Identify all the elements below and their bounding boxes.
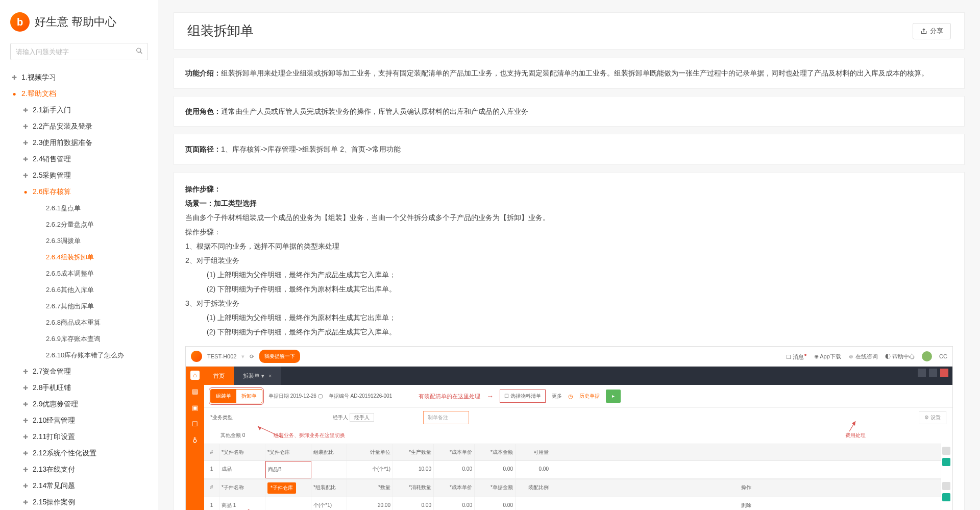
ss-radio-assemble: 组装单 (211, 390, 236, 403)
cell-cost-amt: 0.00 (475, 461, 516, 478)
nav-item-211[interactable]: ✚2.11打印设置 (21, 429, 148, 445)
plus-icon: ✚ (21, 499, 30, 506)
nav-leaf-264[interactable]: 2.6.4组装拆卸单 (46, 249, 148, 265)
brand: b 好生意 帮助中心 (10, 12, 148, 32)
plus-icon: ✚ (21, 482, 30, 490)
nav-item-22[interactable]: ✚2.2产品安装及登录 (21, 118, 148, 135)
ss-online: 在线咨询 (855, 353, 878, 359)
nav-item-docs[interactable]: ●2.帮助文档 (10, 86, 148, 102)
scene-title: 加工类型选择 (214, 199, 257, 207)
nav-leaf-268[interactable]: 2.6.8商品成本重算 (46, 314, 148, 331)
nav-item-212[interactable]: ✚2.12系统个性化设置 (21, 445, 148, 462)
close-icon: × (268, 373, 272, 379)
col-ratio: *组装配比 (311, 479, 347, 497)
col-qty: *数量 (347, 479, 393, 497)
plus-icon: ✚ (21, 450, 30, 457)
nav-item-214[interactable]: ✚2.14常见问题 (21, 478, 148, 494)
sub-steps-title: 操作步骤： (185, 225, 953, 239)
nav-item-21[interactable]: ✚2.1新手入门 (21, 102, 148, 118)
col-cost-amt: *成本金额 (475, 444, 516, 460)
search-input[interactable] (10, 43, 148, 60)
col-ops: 操作 (551, 479, 941, 497)
col-idx: # (204, 479, 219, 497)
minus-icon: ● (10, 90, 18, 98)
nav-leaf-261[interactable]: 2.6.1盘点单 (46, 200, 148, 216)
nav-item-215[interactable]: ✚2.15操作案例 (21, 494, 148, 510)
nav-item-27[interactable]: ✚2.7资金管理 (21, 363, 148, 380)
path-text: 1、库存核算->库存管理->组装拆卸单 2、首页->常用功能 (221, 145, 401, 153)
nav-leaf-266[interactable]: 2.6.6其他入库单 (46, 282, 148, 298)
cell-prod-qty: 10.00 (393, 461, 434, 478)
ss-tab-actions (914, 367, 952, 385)
nav-label: 2.3使用前数据准备 (33, 138, 92, 148)
ss-code-lbl: 单据编号 (329, 393, 349, 399)
expand-icon (942, 493, 950, 501)
search-icon[interactable] (136, 47, 143, 56)
nav-item-28[interactable]: ✚2.8手机旺铺 (21, 380, 148, 396)
nav-leaf-265[interactable]: 2.6.5成本调整单 (46, 265, 148, 282)
nav-item-210[interactable]: ✚2.10经营管理 (21, 412, 148, 429)
ss-left-rail: ⌂ ▤ ▣ ☐ ♁ (186, 367, 204, 510)
nav-item-213[interactable]: ✚2.13在线支付 (21, 462, 148, 478)
scene-desc: 当由多个子件材料组装成一个成品的业务为【组装】业务，当由一个父件拆分成多个子产品… (185, 210, 953, 225)
nav-label: 2.7资金管理 (33, 367, 71, 376)
col-cost-price: *成本单价 (434, 444, 475, 460)
col-idx: # (204, 444, 219, 460)
plus-icon: ✚ (21, 172, 30, 179)
svg-marker-5 (852, 421, 855, 426)
steps-title: 操作步骤： (185, 182, 953, 196)
close-icon (940, 369, 948, 377)
nav-leaf-262[interactable]: 2.6.2分量盘点单 (46, 216, 148, 233)
nav-leaf-267[interactable]: 2.6.7其他出库单 (46, 298, 148, 314)
nav-leaf-269[interactable]: 2.6.9库存账本查询 (46, 331, 148, 347)
nav-item-29[interactable]: ✚2.9优惠券管理 (21, 396, 148, 412)
ss-amount-lbl: 其他金额 (220, 432, 241, 438)
share-button[interactable]: 分享 (913, 23, 951, 39)
svg-marker-3 (258, 426, 261, 430)
role-text: 通常由生产人员或库管人员完成拆装业务的操作，库管人员确认原材料的出库和产成品的入… (221, 107, 528, 115)
col-child-name: *子件名称 (219, 479, 265, 497)
plus-icon: ✚ (21, 466, 30, 473)
nav-item-26[interactable]: ●2.6库存核算 (21, 184, 148, 200)
ss-user: CC (939, 351, 947, 362)
share-label: 分享 (930, 27, 943, 36)
cell-qty: 20.00 (347, 497, 393, 510)
ss-logo-icon (191, 351, 202, 362)
plus-icon: ✚ (21, 107, 30, 114)
nav-label: 2.8手机旺铺 (33, 383, 71, 393)
role-panel: 使用角色：通常由生产人员或库管人员完成拆装业务的操作，库管人员确认原材料的出库和… (174, 96, 965, 127)
nav-label: 2.14常见问题 (33, 481, 75, 491)
cell-uom: 个(个*1) (347, 461, 393, 478)
ss-msg: 消息 (793, 354, 804, 360)
ss-radio-disassemble: 拆卸单 (236, 390, 262, 403)
step-1: 1、根据不同的业务，选择不同单据的类型来处理 (185, 239, 953, 253)
ss-history: 历史单据 (579, 391, 600, 401)
plus-icon: ✚ (21, 417, 30, 424)
ss-tabs: 首页 拆装单 ▾× (204, 367, 952, 385)
nav-leaf-2610[interactable]: 2.6.10库存账本错了怎么办 (46, 347, 148, 363)
steps-block: 操作步骤： 场景一：加工类型选择 当由多个子件材料组装成一个成品的业务为【组装】… (174, 172, 965, 510)
nav-item-25[interactable]: ✚2.5采购管理 (21, 167, 148, 184)
ss-annot-bom: 有装配清单的在这里处理 (419, 391, 480, 402)
col-ratio2: 装配比例 (516, 479, 551, 497)
plus-icon: ✚ (21, 156, 30, 163)
intro-label: 功能介绍： (185, 69, 221, 77)
ss-handler-input: 经手人 (350, 413, 374, 422)
cell-cost-price: 0.00 (434, 461, 475, 478)
nav-label: 2.1新手入门 (33, 106, 71, 115)
gear-icon (942, 482, 950, 490)
arrow-icon: → (486, 389, 494, 403)
nav-item-24[interactable]: ✚2.4销售管理 (21, 151, 148, 167)
nav-leaf-263[interactable]: 2.6.3调拨单 (46, 233, 148, 249)
col-prod-qty: *生产数量 (393, 444, 434, 460)
step-2: 2、对于组装业务 (185, 253, 953, 268)
refresh-icon: ⟳ (250, 351, 254, 362)
nav-label: 2.6库存核算 (33, 187, 71, 197)
nav-item-23[interactable]: ✚2.3使用前数据准备 (21, 135, 148, 151)
step-3b: (2) 下部明细为子件明细，最终作为产成品生成其它入库单。 (185, 325, 953, 339)
nav-item-video[interactable]: ✚1.视频学习 (10, 69, 148, 86)
ss-bom-btn: 选择物料清单 (510, 393, 541, 399)
share-icon (920, 28, 927, 35)
ss-env: TEST-H002 (207, 351, 236, 362)
col-child-wh: *子件仓库 (267, 482, 296, 494)
